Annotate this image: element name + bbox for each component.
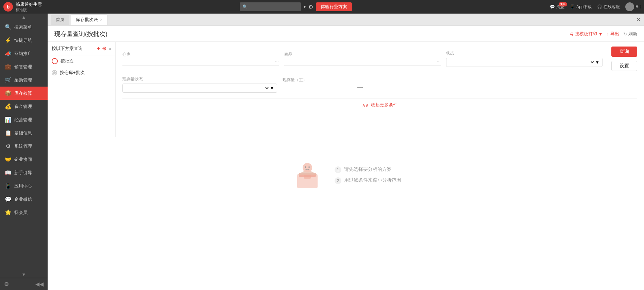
sidebar-scroll-down[interactable]: ▼: [0, 271, 48, 278]
empty-tips: 1 请先选择要分析的方案 2 用过滤条件来缩小分析范围: [335, 166, 401, 184]
topbar-center: 🔍 ▾ ⚙ 体验行业方案: [240, 2, 352, 11]
mobile-icon: 📱: [5, 183, 12, 189]
sidebar-item-quick-nav[interactable]: ⚡ 快捷导航: [0, 34, 48, 47]
user-avatar-area[interactable]: Rit: [625, 2, 641, 11]
warehouse-input[interactable]: [122, 59, 275, 64]
refresh-btn[interactable]: ↻ 刷新: [623, 31, 637, 37]
trial-btn[interactable]: 体验行业方案: [316, 2, 352, 11]
product-label: 商品: [284, 52, 441, 57]
close-all-tabs-icon[interactable]: ✕: [636, 16, 641, 23]
sidebar-item-member[interactable]: ⭐ 畅会员: [0, 206, 48, 219]
sidebar-item-label: 系统管理: [14, 143, 32, 149]
sidebar-item-enterprise[interactable]: 🤝 企业协同: [0, 153, 48, 166]
empty-illustration: [290, 158, 324, 193]
tip-text-2: 用过滤条件来缩小分析范围: [344, 177, 401, 183]
sidebar-item-guide[interactable]: 📖 新手引导: [0, 166, 48, 179]
sidebar-item-wechat[interactable]: 💬 企业微信: [0, 193, 48, 206]
scheme-header-actions: + ⊕ «: [97, 45, 111, 52]
sidebar-item-label: 企业协同: [14, 157, 32, 163]
refresh-icon: ↻: [623, 32, 627, 37]
clipboard-icon: 📋: [5, 130, 12, 136]
collapse-sidebar-icon[interactable]: ◀◀: [35, 281, 44, 287]
export-icon: ↑: [607, 32, 609, 37]
sidebar-item-inventory[interactable]: 📦 库存核算: [0, 87, 48, 100]
app-version: 标准版: [16, 7, 42, 13]
sidebar-item-sales[interactable]: 💼 销售管理: [0, 60, 48, 73]
sidebar-item-label: 经营管理: [14, 117, 32, 123]
sidebar-item-purchase[interactable]: 🛒 采购管理: [0, 73, 48, 87]
scheme-add-icon[interactable]: +: [97, 46, 100, 52]
sidebar-item-appstore[interactable]: 📱 应用中心: [0, 179, 48, 193]
filter-field-inventory-qty: 现存量（主） —: [283, 77, 437, 92]
empty-svg: [290, 158, 324, 192]
app-download-btn[interactable]: 📱 App下载: [570, 4, 592, 10]
tip-text-1: 请先选择要分析的方案: [344, 166, 392, 173]
print-btn[interactable]: 🖨 按模板打印 ▼: [569, 31, 603, 37]
tab-close-icon[interactable]: ×: [100, 17, 102, 22]
tab-inventory-batch[interactable]: 库存批次账 ×: [71, 14, 107, 25]
main-layout: ▲ 🔍 搜索菜单 ⚡ 快捷导航 📣 营销推广 💼 销售管理 🛒 采购管理: [0, 14, 644, 290]
warehouse-input-wrap: ···: [122, 59, 279, 66]
svg-rect-3: [304, 175, 311, 179]
product-input[interactable]: [284, 59, 437, 64]
export-btn[interactable]: ↑ 导出: [607, 31, 620, 37]
cart-icon: 🛒: [5, 77, 12, 83]
sidebar-item-search[interactable]: 🔍 搜索菜单: [0, 20, 48, 34]
sidebar-item-marketing[interactable]: 📣 营销推广: [0, 47, 48, 60]
sidebar-item-system[interactable]: ⚙ 系统管理: [0, 140, 48, 153]
scheme-item-label: 按仓库+批次: [60, 70, 85, 76]
collapse-more-btn[interactable]: ∧∧ 收起更多条件: [122, 98, 637, 111]
warehouse-label: 仓库: [122, 52, 279, 57]
status-select[interactable]: [449, 59, 595, 65]
qty-dash: —: [357, 84, 363, 90]
filter-panel: 仓库 ··· 商品 ···: [116, 42, 644, 137]
empty-tip-2: 2 用过滤条件来缩小分析范围: [335, 177, 401, 184]
scheme-dot-outline-inner: [53, 71, 56, 74]
scheme-item-warehouse-batch[interactable]: 按仓库+批次: [48, 67, 115, 78]
content-area: 首页 库存批次账 × ✕ 现存量查询(按批次) 🖨 按模板打印 ▼: [48, 14, 644, 290]
product-more-icon[interactable]: ···: [437, 59, 441, 64]
svg-point-6: [308, 166, 310, 168]
topbar-dropdown[interactable]: ▾: [304, 4, 306, 9]
query-btn[interactable]: 查询: [611, 47, 637, 57]
lightning-icon: ⚡: [5, 37, 12, 43]
filter-field-inventory-status: 现存量状态 ▼: [122, 76, 277, 93]
online-service-btn[interactable]: 🎧 在线客服: [597, 4, 620, 10]
sidebar-item-basic-info[interactable]: 📋 基础信息: [0, 126, 48, 140]
sidebar-scroll-up[interactable]: ▲: [0, 14, 48, 20]
sidebar-item-operations[interactable]: 📊 经营管理: [0, 113, 48, 126]
topbar-settings-icon[interactable]: ⚙: [308, 4, 313, 10]
chart-icon: 📊: [5, 116, 12, 123]
inventory-qty-max[interactable]: [366, 85, 438, 90]
topbar: b 畅康通好生意 标准版 🔍 ▾ ⚙ 体验行业方案 💬 消息 99+ 📱 App…: [0, 0, 644, 14]
collapse-more-label: 收起更多条件: [371, 102, 397, 108]
scheme-dot-outline: [52, 70, 57, 75]
page-content: 现存量查询(按批次) 🖨 按模板打印 ▼ ↑ 导出 ↻ 刷新: [48, 26, 644, 290]
topbar-search-box[interactable]: 🔍: [240, 2, 301, 11]
tab-home[interactable]: 首页: [51, 15, 69, 25]
sidebar-item-label: 销售管理: [14, 64, 32, 70]
warehouse-more-icon[interactable]: ···: [275, 59, 279, 64]
search-icon: 🔍: [5, 24, 12, 30]
messages-btn[interactable]: 💬 消息 99+: [550, 4, 564, 10]
tip-num-1: 1: [335, 166, 341, 173]
active-tab-label: 库存批次账: [76, 17, 98, 23]
search-placeholder: 🔍: [242, 4, 248, 9]
scheme-item-label: 按批次: [61, 58, 74, 64]
inventory-status-select-wrap: ▼: [122, 84, 277, 93]
sidebar-item-label: 新手引导: [14, 170, 32, 176]
scheme-item-batch[interactable]: 按批次: [48, 55, 115, 67]
query-area: 按以下方案查询 + ⊕ « 按批次: [48, 42, 644, 137]
handshake-icon: 🤝: [5, 156, 12, 163]
sidebar-item-label: 企业微信: [14, 196, 32, 202]
empty-tip-1: 1 请先选择要分析的方案: [335, 166, 401, 173]
status-label: 状态: [446, 51, 603, 56]
sidebar-item-finance[interactable]: 💰 资金管理: [0, 100, 48, 113]
scheme-settings-icon[interactable]: ⊕: [102, 45, 106, 52]
scheme-collapse-icon[interactable]: «: [108, 46, 111, 51]
settings-bottom-icon[interactable]: ⚙: [4, 281, 9, 287]
sidebar-bottom: ⚙ ◀◀: [0, 278, 48, 290]
settings-btn[interactable]: 设置: [611, 61, 637, 71]
inventory-status-select[interactable]: [125, 85, 270, 91]
inventory-qty-min[interactable]: [283, 85, 355, 90]
